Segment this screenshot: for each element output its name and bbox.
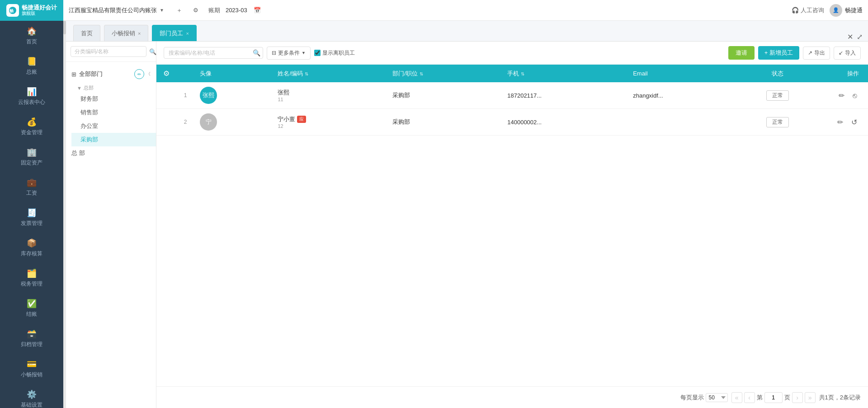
page-input[interactable] bbox=[764, 392, 783, 403]
dept-search-icon[interactable]: 🔍 bbox=[149, 48, 156, 55]
th-settings: ⚙ bbox=[156, 65, 176, 82]
dept-node-office[interactable]: 办公室 bbox=[71, 119, 156, 133]
triangle-icon: ▼ bbox=[77, 85, 82, 91]
table-wrap: ⚙ 头像 姓名/编码 ⇅ 部门/职位 ⇅ bbox=[156, 65, 868, 386]
archive-icon: 🗃️ bbox=[27, 329, 37, 339]
td-action-2: ✏ ↺ bbox=[814, 109, 868, 136]
sidebar-label-payroll: 工资 bbox=[26, 189, 37, 197]
sidebar-item-reports[interactable]: 📊 云报表中心 bbox=[0, 81, 63, 112]
filter-chevron-icon: ▼ bbox=[302, 51, 306, 55]
show-resigned-wrap[interactable]: 显示离职员工 bbox=[314, 49, 355, 57]
table-row: 2 宁 宁小亶 bbox=[156, 109, 868, 136]
dept-collapse-icon[interactable]: 《 bbox=[146, 71, 151, 77]
group-hq-label[interactable]: ▼ 总部 bbox=[71, 83, 156, 92]
sidebar-item-funds[interactable]: 💰 资金管理 bbox=[0, 112, 63, 142]
close-all-tab-button[interactable]: ✕ bbox=[847, 33, 853, 41]
dept-node-purchase[interactable]: 采购部 bbox=[71, 133, 156, 146]
calendar-icon[interactable]: 📅 bbox=[251, 4, 264, 17]
import-button[interactable]: ↙ 导入 bbox=[834, 47, 861, 60]
first-page-button[interactable]: « bbox=[731, 392, 742, 403]
tag-resigned-2: 应 bbox=[297, 116, 306, 123]
maximize-button[interactable]: ⤢ bbox=[857, 33, 863, 41]
add-employee-button[interactable]: + 新增员工 bbox=[758, 46, 799, 60]
tab-home[interactable]: 首页 bbox=[73, 25, 100, 41]
sort-phone-icon: ⇅ bbox=[521, 71, 524, 76]
search-icon[interactable]: 🔍 bbox=[253, 49, 260, 56]
sidebar-item-settings[interactable]: ⚙️ 基础设置 bbox=[0, 384, 63, 408]
sidebar-label-close: 结账 bbox=[26, 310, 37, 318]
last-page-button[interactable]: » bbox=[805, 392, 816, 403]
td-avatar-2: 宁 bbox=[194, 109, 272, 136]
td-email-2 bbox=[627, 109, 741, 136]
tab-expense[interactable]: 小畅报销 × bbox=[104, 25, 148, 41]
sidebar-item-assets[interactable]: 🏢 固定资产 bbox=[0, 142, 63, 172]
edit-button-2[interactable]: ✏ bbox=[835, 117, 845, 127]
logo-text: 畅捷通好会计 旗舰版 bbox=[22, 4, 57, 17]
delete-button-2[interactable]: ↺ bbox=[849, 117, 859, 127]
search-input[interactable] bbox=[164, 47, 263, 59]
sidebar-item-ledger[interactable]: 📒 总账 bbox=[0, 51, 63, 81]
per-page-select[interactable]: 50 10 20 100 bbox=[706, 393, 728, 402]
show-resigned-checkbox[interactable] bbox=[314, 50, 321, 56]
td-phone-1: 187202117... bbox=[502, 82, 627, 109]
user-icon: 👤 bbox=[833, 7, 839, 13]
edit-button-1[interactable]: ✏ bbox=[837, 91, 846, 100]
tab-home-label: 首页 bbox=[81, 29, 93, 38]
td-check-1 bbox=[156, 82, 176, 109]
sidebar-item-home[interactable]: 🏠 首页 bbox=[0, 21, 63, 51]
th-name-code[interactable]: 姓名/编码 ⇅ bbox=[272, 65, 387, 82]
sidebar-item-payroll[interactable]: 💼 工资 bbox=[0, 172, 63, 202]
avatar-2: 宁 bbox=[200, 113, 217, 131]
sidebar-item-tax[interactable]: 🗂️ 税务管理 bbox=[0, 263, 63, 293]
dept-group-hq: ▼ 总部 财务部 销售部 办公室 采购部 bbox=[66, 83, 156, 146]
tab-dept-staff-close[interactable]: × bbox=[186, 31, 189, 36]
company-name: 江西服宝精品有限责任公司内账张 bbox=[69, 6, 157, 14]
filter-button[interactable]: ⊟ 更多条件 ▼ bbox=[267, 47, 311, 60]
invite-button[interactable]: 邀请 bbox=[728, 46, 755, 60]
th-index bbox=[176, 65, 194, 82]
tab-expense-close[interactable]: × bbox=[138, 31, 141, 36]
tabs-bar: 首页 小畅报销 × 部门员工 × ✕ ⤢ bbox=[66, 21, 868, 42]
tab-dept-staff[interactable]: 部门员工 × bbox=[152, 25, 196, 41]
sidebar-item-inventory[interactable]: 📦 库存核算 bbox=[0, 233, 63, 263]
avatar: 👤 bbox=[830, 4, 842, 17]
th-phone[interactable]: 手机 ⇅ bbox=[502, 65, 627, 82]
svg-text:畅: 畅 bbox=[9, 9, 14, 13]
add-button[interactable]: ＋ bbox=[173, 4, 186, 17]
company-selector[interactable]: 江西服宝精品有限责任公司内账张 ▼ bbox=[63, 6, 170, 14]
table-settings-icon[interactable]: ⚙ bbox=[163, 70, 170, 77]
sidebar-label-expense: 小畅报销 bbox=[21, 371, 42, 379]
logout-button-1[interactable]: ⎋ bbox=[851, 91, 859, 100]
sidebar-item-invoice[interactable]: 🧾 发票管理 bbox=[0, 202, 63, 233]
pagination: 每页显示 50 10 20 100 « ‹ 第 页 bbox=[156, 386, 868, 408]
toolbar: 🔍 ⊟ 更多条件 ▼ 显示离职员工 邀请 + 新增员工 bbox=[156, 42, 868, 65]
service-button[interactable]: 🎧 人工咨询 bbox=[792, 6, 824, 14]
import-icon: ↙ bbox=[839, 50, 843, 56]
dept-node-finance[interactable]: 财务部 bbox=[71, 92, 156, 106]
filter-label: 更多条件 bbox=[278, 49, 300, 57]
user-area[interactable]: 👤 畅捷通 bbox=[830, 4, 863, 17]
status-badge-2: 正常 bbox=[766, 117, 789, 127]
td-status-1: 正常 bbox=[741, 82, 814, 109]
ledger-icon: 📒 bbox=[27, 56, 37, 66]
dept-node-sales[interactable]: 销售部 bbox=[71, 106, 156, 119]
sidebar-label-funds: 资金管理 bbox=[21, 129, 42, 136]
td-dept-1: 采购部 bbox=[387, 82, 502, 109]
prev-page-button[interactable]: ‹ bbox=[744, 392, 755, 403]
th-dept-pos[interactable]: 部门/职位 ⇅ bbox=[387, 65, 502, 82]
dept-search-input[interactable] bbox=[71, 46, 146, 57]
sidebar-item-archive[interactable]: 🗃️ 归档管理 bbox=[0, 324, 63, 354]
dept-add-button[interactable]: ✏ bbox=[134, 69, 144, 79]
td-index-2: 2 bbox=[176, 109, 194, 136]
settings-button[interactable]: ⚙ bbox=[189, 4, 202, 17]
sidebar-item-expense[interactable]: 💳 小畅报销 bbox=[0, 354, 63, 384]
next-page-button[interactable]: › bbox=[792, 392, 803, 403]
sidebar-item-close[interactable]: ✅ 结账 bbox=[0, 293, 63, 324]
page-word-pre: 第 bbox=[757, 394, 763, 402]
dept-node-general[interactable]: 总 部 bbox=[66, 146, 156, 160]
expense-icon: 💳 bbox=[27, 359, 37, 369]
tax-icon: 🗂️ bbox=[27, 268, 37, 278]
export-button[interactable]: ↗ 导出 bbox=[803, 47, 830, 60]
top-bar: 畅 畅捷通好会计 旗舰版 江西服宝精品有限责任公司内账张 ▼ ＋ ⚙ 账期 20… bbox=[0, 0, 868, 21]
dept-all-item[interactable]: ⊞ 全部部门 ✏ 《 bbox=[66, 66, 156, 83]
